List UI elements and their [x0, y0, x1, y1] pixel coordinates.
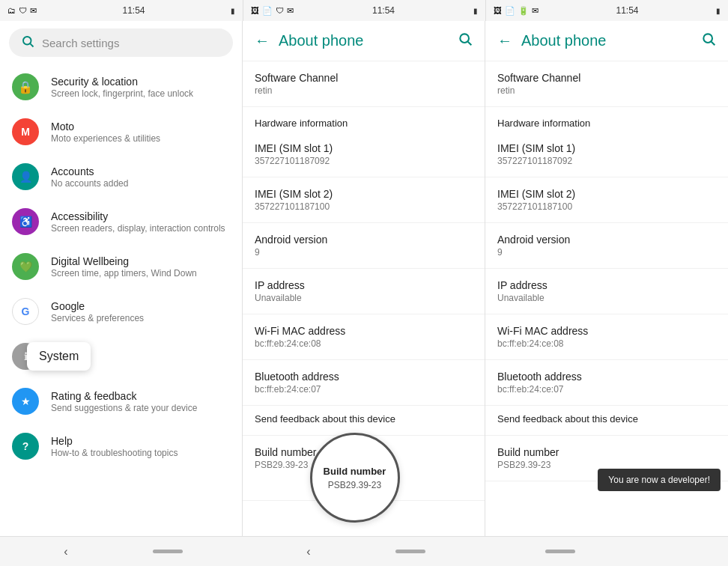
nav-pill-right [545, 550, 575, 553]
rating-icon: ★ [12, 388, 39, 415]
settings-item-moto[interactable]: M Moto Moto experiences & utilities [0, 109, 242, 154]
help-subtitle: How-to & troubleshooting topics [51, 448, 230, 458]
settings-item-google[interactable]: G Google Services & preferences [0, 289, 242, 334]
file-icon3: 📄 [505, 6, 515, 16]
img-icon2: 🖼 [494, 6, 502, 15]
info-imei1-mid: IMEI (SIM slot 1) 357227101187092 [243, 132, 485, 177]
status-icons-mid: 🖼 📄 🛡 ✉ [251, 6, 294, 16]
security-icon: 🔒 [12, 73, 39, 100]
accounts-subtitle: No accounts added [51, 178, 230, 189]
about-panel-mid: ← About phone Software Channel retin Har… [243, 21, 485, 536]
help-icon: ? [12, 433, 39, 460]
info-hardware-section-right: Hardware information [485, 107, 728, 132]
info-bluetooth-right: Bluetooth address bc:ff:eb:24:ce:07 [485, 360, 728, 406]
status-icons-left: 🗂 🛡 ✉ [7, 6, 37, 16]
nav-pill-left [153, 550, 183, 553]
info-imei1-right: IMEI (SIM slot 1) 357227101187092 [485, 132, 728, 177]
settings-panel: Search settings 🔒 Security & location Sc… [0, 21, 243, 536]
search-icon-mid[interactable] [458, 31, 473, 50]
settings-item-system[interactable]: ℹ System System Languages, time, backup,… [0, 334, 242, 379]
google-icon: G [12, 298, 39, 325]
search-icon-right[interactable] [701, 31, 716, 50]
status-mid: 🖼 📄 🛡 ✉ 11:54 ▮ [243, 0, 485, 21]
search-input[interactable]: Search settings [42, 37, 119, 49]
accounts-text: Accounts No accounts added [51, 165, 230, 189]
status-battery-mid: ▮ [473, 7, 478, 15]
panel-header-mid: ← About phone [243, 21, 485, 61]
digital-wellbeing-text: Digital Wellbeing Screen time, app timer… [51, 255, 230, 279]
google-subtitle: Services & preferences [51, 313, 230, 323]
moto-subtitle: Moto experiences & utilities [51, 133, 230, 144]
panel-content-mid: Software Channel retin Hardware informat… [243, 61, 485, 536]
shield-icon2: 🛡 [276, 6, 284, 15]
settings-item-rating[interactable]: ★ Rating & feedback Send suggestions & r… [0, 379, 242, 424]
bottom-nav: ‹ ‹ [0, 536, 728, 566]
nav-back-left[interactable]: ‹ [60, 546, 72, 558]
security-title: Security & location [51, 76, 230, 88]
status-icons-right: 🖼 📄 🔋 ✉ [494, 6, 539, 16]
security-text: Security & location Screen lock, fingerp… [51, 76, 230, 99]
battery-icon: ▮ [231, 7, 235, 15]
info-build-mid[interactable]: Build number PSB29.39-23 Build number PS… [243, 436, 485, 501]
accounts-title: Accounts [51, 165, 230, 177]
bottom-nav-mid: ‹ [243, 536, 485, 566]
back-arrow-mid[interactable]: ← [255, 32, 270, 49]
status-bar: 🗂 🛡 ✉ 11:54 ▮ 🖼 📄 🛡 ✉ 11:54 ▮ 🖼 📄 🔋 ✉ 11… [0, 0, 728, 21]
bottom-nav-left: ‹ [0, 536, 243, 566]
info-feedback-right[interactable]: Send feedback about this device [485, 406, 728, 436]
svg-line-3 [468, 42, 472, 46]
digital-wellbeing-icon: 💚 [12, 253, 39, 280]
info-software-channel-mid: Software Channel retin [243, 61, 485, 107]
build-circle-title: Build number [324, 466, 386, 477]
settings-item-digital-wellbeing[interactable]: 💚 Digital Wellbeing Screen time, app tim… [0, 244, 242, 289]
nav-back-mid[interactable]: ‹ [303, 546, 315, 558]
info-wifi-mid: Wi-Fi MAC address bc:ff:eb:24:ce:08 [243, 314, 485, 360]
rating-subtitle: Send suggestions & rate your device [51, 403, 230, 413]
settings-item-accounts[interactable]: 👤 Accounts No accounts added [0, 154, 242, 199]
info-android-mid: Android version 9 [243, 223, 485, 269]
digital-wellbeing-subtitle: Screen time, app timers, Wind Down [51, 268, 230, 279]
battery-icon2: ▮ [473, 7, 478, 15]
build-circle: Build number PSB29.39-23 [310, 433, 400, 523]
status-left: 🗂 🛡 ✉ 11:54 ▮ [0, 0, 243, 21]
rating-text: Rating & feedback Send suggestions & rat… [51, 390, 230, 413]
file-icon2: 📄 [262, 6, 273, 16]
search-bar[interactable]: Search settings [9, 28, 233, 57]
status-time-mid: 11:54 [372, 5, 395, 16]
info-feedback-mid[interactable]: Send feedback about this device [243, 406, 485, 436]
panel-header-right: ← About phone [485, 21, 728, 61]
settings-item-help[interactable]: ? Help How-to & troubleshooting topics [0, 424, 242, 469]
info-bluetooth-mid: Bluetooth address bc:ff:eb:24:ce:07 [243, 360, 485, 406]
file-icon: 🗂 [7, 6, 16, 15]
security-subtitle: Screen lock, fingerprint, face unlock [51, 88, 230, 99]
svg-point-4 [703, 34, 712, 43]
status-time-left: 11:54 [122, 5, 145, 16]
info-hardware-section-mid: Hardware information [243, 107, 485, 132]
battery-icon3: ▮ [716, 7, 721, 15]
google-title: Google [51, 300, 230, 312]
info-wifi-right: Wi-Fi MAC address bc:ff:eb:24:ce:08 [485, 314, 728, 360]
settings-item-accessibility[interactable]: ♿ Accessibility Screen readers, display,… [0, 199, 242, 244]
bottom-nav-right [485, 536, 728, 566]
moto-text: Moto Moto experiences & utilities [51, 121, 230, 144]
moto-title: Moto [51, 121, 230, 133]
rating-title: Rating & feedback [51, 390, 230, 402]
panel-title-right: About phone [521, 32, 692, 49]
system-tooltip-box: System [27, 342, 91, 371]
info-software-channel-right: Software Channel retin [485, 61, 728, 107]
svg-point-2 [460, 34, 469, 43]
status-battery-left: ▮ [231, 7, 235, 15]
info-android-right: Android version 9 [485, 223, 728, 269]
back-arrow-right[interactable]: ← [497, 32, 512, 49]
info-ip-right: IP address Unavailable [485, 269, 728, 314]
accessibility-subtitle: Screen readers, display, interaction con… [51, 223, 230, 234]
accounts-icon: 👤 [12, 163, 39, 190]
accessibility-title: Accessibility [51, 210, 230, 222]
build-circle-value: PSB29.39-23 [328, 480, 381, 490]
msg-icon: ✉ [30, 6, 37, 16]
settings-item-security[interactable]: 🔒 Security & location Screen lock, finge… [0, 64, 242, 109]
settings-list: 🔒 Security & location Screen lock, finge… [0, 64, 242, 536]
info-imei2-mid: IMEI (SIM slot 2) 357227101187100 [243, 177, 485, 223]
svg-point-0 [23, 37, 31, 45]
moto-icon: M [12, 118, 39, 145]
